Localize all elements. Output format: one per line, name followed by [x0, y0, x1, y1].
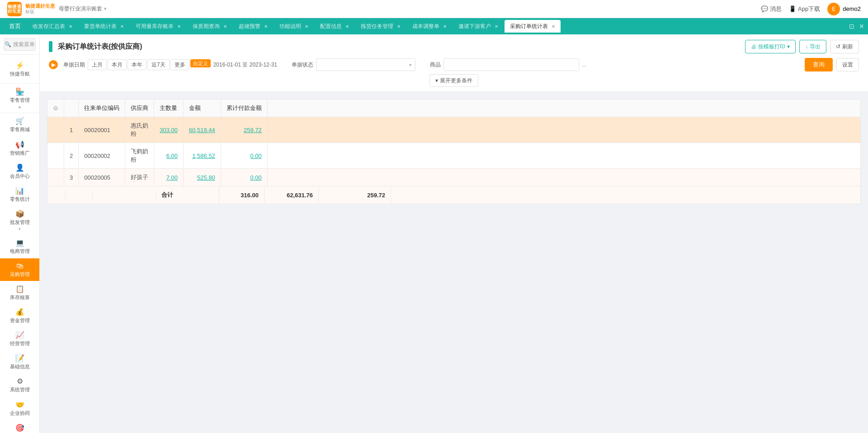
sidebar-item-retailstat[interactable]: 📊 零售统计 — [0, 183, 39, 206]
tab-keyongliang[interactable]: 可用量库存账本 ✕ — [130, 20, 186, 33]
settings-button[interactable]: 设置 — [836, 58, 859, 71]
date-btn-more[interactable]: 更多 — [170, 59, 189, 70]
table-footer: 合计 316.00 62,631.76 259.72 — [47, 186, 861, 204]
window-close-icon[interactable]: ✕ — [859, 23, 864, 30]
close-tab-gongneng[interactable]: ✕ — [305, 24, 308, 29]
print-dropdown-icon[interactable]: ▾ — [787, 43, 790, 50]
row-3-amount: 525.80 — [184, 169, 221, 186]
search-menu-label: 搜索菜单 — [13, 41, 35, 48]
logo-subtext: 标版 — [25, 9, 55, 14]
tab-peizhi[interactable]: 配置信息 ✕ — [315, 20, 354, 33]
sidebar-item-quicknav[interactable]: ⚡ 快捷导航 — [0, 57, 39, 81]
close-tab-keyongliang[interactable]: ✕ — [177, 24, 181, 29]
tab-home[interactable]: 首页 — [4, 20, 26, 33]
member-label: 会员中心 — [10, 173, 30, 179]
user-area[interactable]: E demo2 — [827, 3, 861, 15]
close-tab-yaoqingxiayou[interactable]: ✕ — [495, 24, 498, 29]
print-button[interactable]: 🖨 按模板打印 ▾ — [745, 40, 796, 53]
ops-label: 经营管理 — [10, 341, 30, 347]
tab-shoufaquhui[interactable]: 收发存汇总表 ✕ — [27, 20, 78, 33]
retailshop-icon: 🛒 — [15, 117, 24, 125]
finance-icon: 💰 — [15, 308, 24, 316]
goods-input[interactable] — [443, 58, 579, 71]
status-dropdown-icon: ▾ — [409, 62, 411, 67]
top-bar-right: 💬 消息 📱 App下载 E demo2 — [761, 3, 861, 15]
quick-nav-item[interactable]: ⚡ 快捷导航 — [0, 55, 39, 84]
refresh-label: 刷新 — [842, 43, 853, 51]
date-btn-7days[interactable]: 近7天 — [147, 59, 170, 70]
tab-yaoqingxiayou[interactable]: 邀请下游客户 ✕ — [453, 20, 504, 33]
tab-chengbentiaoz[interactable]: 成本调整单 ✕ — [407, 20, 452, 33]
sidebar-item-basic[interactable]: 📝 基础信息 — [0, 350, 39, 373]
breadcrumb-arrow-icon[interactable]: ▾ — [104, 6, 107, 12]
retail-expand-icon: ▲ — [18, 105, 22, 109]
date-btn-this-month[interactable]: 本月 — [108, 59, 127, 70]
gear-settings-icon[interactable]: ⚙ — [53, 105, 58, 112]
export-button[interactable]: ↓ 导出 — [799, 40, 826, 53]
sidebar-item-ecom[interactable]: 💻 电商管理 — [0, 235, 39, 258]
wholesale-icon: 📦 — [15, 209, 24, 218]
table-row[interactable]: 1 00020001 惠氏奶粉 303.00 60,519.44 259.72 — [47, 117, 861, 143]
row-3-seq: 3 — [64, 169, 79, 186]
basic-icon: 📝 — [15, 354, 24, 362]
sidebar-item-retail[interactable]: 🏪 零售管理 ▲ — [0, 84, 39, 113]
window-restore-icon[interactable]: ⊡ — [849, 23, 854, 30]
tab-yaohuodanbi[interactable]: 要货单统计表 ✕ — [79, 20, 129, 33]
date-filter-label: 单据日期 — [63, 61, 85, 69]
sidebar-item-marketing[interactable]: 📢 营销推广 — [0, 137, 39, 160]
sidebar-item-finance[interactable]: 💰 资金管理 — [0, 304, 39, 327]
user-name: demo2 — [843, 5, 861, 12]
app-download-btn[interactable]: 📱 App下载 — [789, 5, 820, 13]
close-tab-peizhi[interactable]: ✕ — [345, 24, 349, 29]
message-btn[interactable]: 💬 消息 — [761, 5, 782, 13]
table-row[interactable]: 2 00020002 飞鹤奶粉 6.00 1,586.52 0.00 — [47, 143, 861, 169]
sidebar-item-inventory[interactable]: 📋 库存核算 — [0, 281, 39, 304]
tab-chaochu[interactable]: 超储预警 ✕ — [233, 20, 273, 33]
sidebar-item-wholesale[interactable]: 📦 批发管理 ▾ — [0, 206, 39, 235]
sidebar-item-purchase[interactable]: 🛍 采购管理 — [0, 258, 39, 281]
close-tab-yaohuodanbi[interactable]: ✕ — [120, 24, 124, 29]
sidebar-item-retailshop[interactable]: 🛒 零售商城 — [0, 113, 39, 136]
sidebar-item-system[interactable]: ⚙ 系统管理 — [0, 373, 39, 396]
sidebar-item-collab[interactable]: 🤝 企业协同 — [0, 397, 39, 420]
page-title: 采购订单统计表(按供应商) — [58, 42, 142, 52]
goods-more-btn[interactable]: ... — [582, 62, 586, 68]
tab-caigou-tj[interactable]: 采购订单统计表 ✕ — [505, 20, 561, 33]
export-icon: ↓ — [805, 43, 808, 50]
tab-paihuoren[interactable]: 拣货任务管理 ✕ — [355, 20, 406, 33]
refresh-button[interactable]: ↺ 刷新 — [830, 40, 859, 53]
table-header: ⚙ 往来单位编码 供应商 主数量 金额 累计付款金额 — [47, 100, 861, 117]
row-3-unit-code: 00020005 — [79, 169, 125, 186]
date-btn-this-year[interactable]: 本年 — [127, 59, 146, 70]
search-menu-btn[interactable]: 🔍 搜索菜单 — [4, 38, 36, 51]
row-3-supplier: 好孩子 — [125, 169, 154, 186]
query-button[interactable]: 查询 — [805, 58, 833, 71]
date-buttons-group: 上月 本月 本年 近7天 更多 自定义 — [88, 59, 211, 70]
main-layout: 🔍 搜索菜单 ⚡ 快捷导航 🏪 零售管理 ▲ 🛒 零售商城 📢 营销推广 — [0, 34, 868, 433]
sidebar-item-guide[interactable]: 🎯 新手引导 — [0, 420, 39, 433]
status-select[interactable]: ▾ — [316, 58, 415, 71]
print-icon: 🖨 — [751, 43, 756, 50]
tab-gongneng[interactable]: 功能说明 ✕ — [274, 20, 314, 33]
retail-icon: 🏪 — [15, 87, 24, 96]
filter-collapse-btn[interactable]: ▶ — [49, 60, 58, 69]
tab-baojiancha[interactable]: 保质期查询 ✕ — [187, 20, 232, 33]
finance-label: 资金管理 — [10, 318, 30, 324]
close-tab-paihuoren[interactable]: ✕ — [397, 24, 401, 29]
retail-label: 零售管理 — [10, 97, 30, 103]
close-tab-shoufaquhui[interactable]: ✕ — [69, 24, 72, 29]
sidebar-item-member[interactable]: 👤 会员中心 — [0, 160, 39, 183]
table-row[interactable]: 3 00020005 好孩子 7.00 525.80 0.00 — [47, 169, 861, 186]
close-tab-chengbentiaoz[interactable]: ✕ — [443, 24, 447, 29]
table-container: ⚙ 往来单位编码 供应商 主数量 金额 累计付款金额 1 — [40, 92, 868, 433]
quicknav-icon: ⚡ — [15, 61, 24, 70]
sidebar-item-ops[interactable]: 📈 经营管理 — [0, 327, 39, 350]
close-tab-baojiancha[interactable]: ✕ — [223, 24, 227, 29]
close-tab-chaochu[interactable]: ✕ — [264, 24, 268, 29]
status-filter-item: 单据状态 ▾ — [292, 58, 415, 71]
date-btn-last-month[interactable]: 上月 — [88, 59, 107, 70]
logo-icon: 畅捷通好生意 — [7, 2, 22, 16]
close-tab-caigou-tj[interactable]: ✕ — [552, 24, 555, 29]
date-custom-tag[interactable]: 自定义 — [190, 59, 211, 67]
expand-more-btn[interactable]: ▾ 展开更多条件 — [429, 74, 478, 87]
